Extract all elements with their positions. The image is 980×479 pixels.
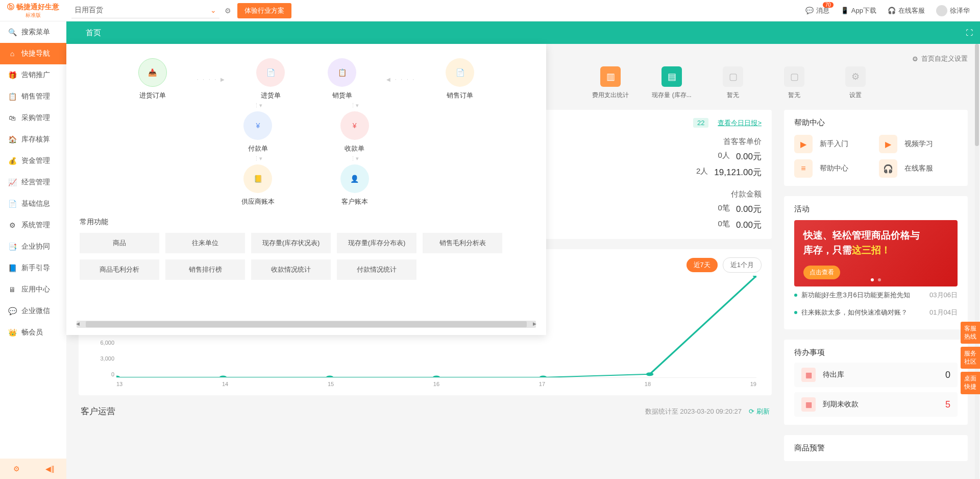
- float-hotline[interactable]: 客服热线: [961, 322, 980, 344]
- common-func-button[interactable]: 商品: [80, 233, 159, 253]
- node-purchase-order[interactable]: 📥进货订单: [130, 58, 176, 100]
- menu-icon: 📑: [8, 243, 16, 251]
- node-supplier-ledger[interactable]: 📒供应商账本: [235, 164, 281, 206]
- daily-report-link[interactable]: 查看今日日报>: [718, 118, 762, 128]
- menu-icon: ⚙: [8, 221, 16, 229]
- headset-icon: 🎧: [888, 7, 896, 14]
- todo-panel: 待办事项 ▦待出库0▦到期未收款5: [784, 340, 968, 425]
- common-func-button[interactable]: 付款情况统计: [337, 259, 416, 280]
- menu-icon: 🖥: [8, 285, 16, 294]
- app-download-button[interactable]: 📱App下载: [841, 6, 876, 15]
- section-title: 客户运营: [81, 405, 115, 417]
- messages-button[interactable]: 💬消息 70: [805, 6, 829, 15]
- node-sales-order[interactable]: 📄销售订单: [437, 58, 483, 100]
- banner-cta-button[interactable]: 点击查看: [803, 266, 840, 279]
- activity-panel: 活动 快速、轻松管理商品价格与 库存，只需这三招！ 点击查看 新功能|好生意3月…: [784, 196, 968, 329]
- common-func-button[interactable]: 销售毛利分析表: [423, 233, 502, 253]
- kpi-badge: 22: [693, 118, 708, 128]
- todo-icon: ▦: [801, 368, 816, 382]
- sidebar-item[interactable]: ⌂快捷导航: [0, 43, 66, 64]
- sidebar-item[interactable]: 📋销售管理: [0, 86, 66, 107]
- tile[interactable]: ⚙设置: [835, 66, 876, 100]
- chevron-down-icon: ⌄: [210, 6, 216, 14]
- sidebar-footer: ⚙ ◀‖: [0, 459, 66, 479]
- sidebar-item-label: 基础信息: [21, 199, 50, 208]
- common-func-button[interactable]: 现存量(库存状况表): [251, 233, 331, 253]
- help-item[interactable]: ▶视频学习: [879, 135, 958, 153]
- common-func-button[interactable]: 销售排行榜: [165, 259, 245, 280]
- try-plan-button[interactable]: 体验行业方案: [237, 3, 291, 18]
- sidebar-item[interactable]: 🖥应用中心: [0, 279, 66, 300]
- sidebar-item[interactable]: 💰资金管理: [0, 150, 66, 172]
- sidebar-item[interactable]: 🎁营销推广: [0, 64, 66, 86]
- category-select[interactable]: 日用百货 ⌄: [71, 3, 219, 18]
- sidebar-item[interactable]: 🔍搜索菜单: [0, 21, 66, 43]
- help-item[interactable]: ≡帮助中心: [794, 159, 873, 178]
- node-purchase-in[interactable]: 📄进货单: [248, 58, 293, 100]
- todo-item[interactable]: ▦待出库0: [794, 363, 958, 387]
- online-service-button[interactable]: 🎧在线客服: [888, 6, 925, 15]
- refresh-button[interactable]: ⟳刷新: [749, 407, 770, 416]
- ledger-icon: 📒: [243, 164, 272, 193]
- sidebar-item[interactable]: 📄基础信息: [0, 193, 66, 214]
- help-item[interactable]: 🎧在线客服: [879, 159, 958, 178]
- svg-point-3: [433, 376, 440, 377]
- chip-7d[interactable]: 近7天: [687, 258, 718, 272]
- menu-icon: 📋: [8, 92, 16, 101]
- sidebar-item-label: 系统管理: [21, 221, 50, 230]
- tabbar: 首页 ⛶: [0, 21, 980, 44]
- sidebar-item[interactable]: 📘新手引导: [0, 257, 66, 279]
- float-shortcut[interactable]: 桌面快捷: [961, 372, 980, 394]
- node-customer-ledger[interactable]: 👤客户账本: [332, 164, 378, 206]
- tile-label: 暂无: [727, 91, 739, 100]
- sidebar-item[interactable]: 💬企业微信: [0, 300, 66, 322]
- todo-item[interactable]: ▦到期未收款5: [794, 392, 958, 417]
- gear-icon: ⚙: [13, 465, 20, 473]
- news-item[interactable]: 新功能|好生意3月6日功能更新抢先知03月06日: [794, 286, 958, 304]
- sidebar-item[interactable]: 📈经营管理: [0, 172, 66, 193]
- tile-icon: ▢: [784, 66, 804, 87]
- expand-icon: ⛶: [966, 29, 973, 37]
- chip-1m[interactable]: 近1个月: [723, 257, 762, 273]
- doc-out-icon: 📄: [256, 58, 285, 87]
- tile[interactable]: ▤现存量 (库存...: [651, 66, 692, 100]
- flow-arrow-icon: ◀ · · · ·: [386, 77, 415, 82]
- todo-icon: ▦: [801, 397, 816, 412]
- scrollbar[interactable]: [975, 44, 979, 479]
- common-func-button[interactable]: 现存量(库存分布表): [337, 233, 416, 253]
- float-community[interactable]: 服务社区: [961, 347, 980, 369]
- settings-button[interactable]: ⚙: [0, 459, 33, 479]
- sidebar-item[interactable]: 🛍采购管理: [0, 107, 66, 129]
- sidebar-item-label: 应用中心: [21, 285, 50, 294]
- sidebar-item[interactable]: 👑畅会员: [0, 322, 66, 343]
- msg-badge: 70: [823, 2, 834, 8]
- common-func-button[interactable]: 收款情况统计: [251, 259, 331, 280]
- menu-icon: 💰: [8, 157, 16, 165]
- tile[interactable]: ▢暂无: [774, 66, 815, 100]
- user-menu[interactable]: 徐泽华: [936, 5, 970, 16]
- sidebar-item[interactable]: 📑企业协同: [0, 236, 66, 257]
- common-func-button[interactable]: 商品毛利分析: [80, 259, 159, 280]
- horizontal-scrollbar[interactable]: [77, 321, 536, 328]
- sidebar-item[interactable]: 🏠库存核算: [0, 129, 66, 150]
- ledger-icon: 👤: [340, 164, 369, 193]
- gear-icon[interactable]: ⚙: [225, 7, 231, 15]
- common-func-button[interactable]: 往来单位: [165, 233, 245, 253]
- sidebar-item[interactable]: ⚙系统管理: [0, 214, 66, 236]
- tile[interactable]: ▥费用支出统计: [590, 66, 631, 100]
- fullscreen-button[interactable]: ⛶: [966, 29, 980, 37]
- svg-point-2: [326, 376, 334, 377]
- help-item[interactable]: ▶新手入门: [794, 135, 873, 153]
- tile[interactable]: ▢暂无: [713, 66, 753, 100]
- tile-label: 现存量 (库存...: [652, 91, 691, 100]
- collapse-button[interactable]: ◀‖: [33, 459, 66, 479]
- news-item[interactable]: 往来账款太多，如何快速准确对账？01月04日: [794, 304, 958, 321]
- brand-logo: ⓑ畅捷通好生意 标准版: [0, 0, 66, 21]
- node-sales-out[interactable]: 📋销货单: [319, 58, 365, 100]
- activity-banner[interactable]: 快速、轻松管理商品价格与 库存，只需这三招！ 点击查看: [794, 220, 958, 286]
- node-receipt[interactable]: ¥收款单: [332, 111, 378, 153]
- node-payment[interactable]: ¥付款单: [235, 111, 281, 153]
- tile-label: 费用支出统计: [592, 91, 629, 100]
- tab-home[interactable]: 首页: [77, 21, 110, 44]
- help-icon: 🎧: [879, 159, 897, 178]
